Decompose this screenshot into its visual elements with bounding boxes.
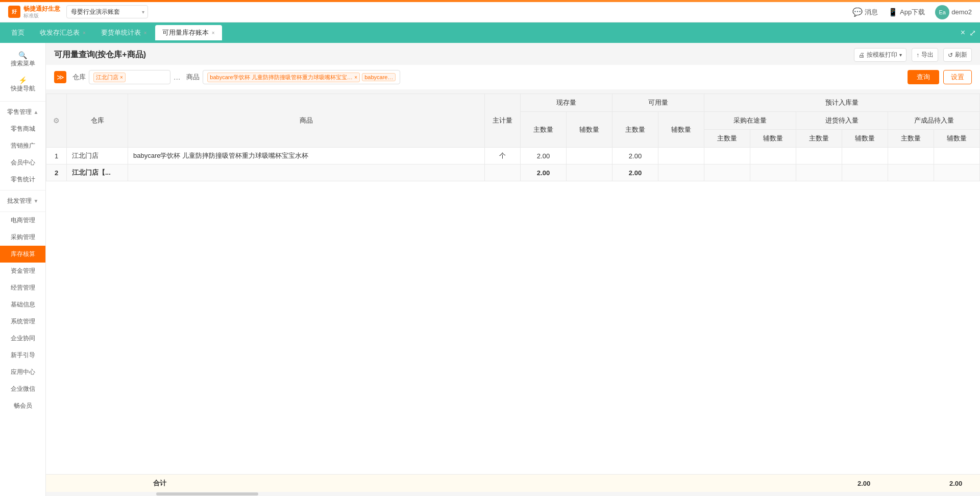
sidebar-item-retail-stats[interactable]: 零售统计 [0,171,45,188]
sidebar-retail-group: 零售管理 ▲ 零售商城 营销推广 会员中心 零售统计 [0,102,45,191]
incoming-aux-qty-header: 辅数量 [842,130,888,148]
user-menu[interactable]: Ea demo2 [935,5,972,19]
sidebar-item-member[interactable]: 会员中心 [0,154,45,171]
query-button[interactable]: 查询 [908,70,939,84]
sidebar-item-newcomer[interactable]: 新手引导 [0,347,45,364]
row1-available-main: 2.00 [612,148,658,164]
sidebar-newcomer-label: 新手引导 [11,351,35,360]
sidebar-system-label: 系统管理 [11,317,35,326]
tab-home-label: 首页 [11,28,24,37]
print-button[interactable]: 🖨 按模板打印 ▾ [854,48,906,62]
tab-receive-send[interactable]: 收发存汇总表 × [33,25,93,40]
product-tag1-remove[interactable]: × [354,75,357,80]
summary-current-main: 2.00 [837,480,883,487]
tab-home[interactable]: 首页 [4,25,32,40]
sidebar-enterprise-label: 企业协同 [11,334,35,343]
sidebar-item-retail-mgmt[interactable]: 零售管理 ▲ [0,104,45,121]
warehouse-tag-value: 江北门店 [96,74,118,81]
scrollbar-thumb[interactable] [156,492,258,495]
product-aux-qty-header: 辅数量 [934,130,980,148]
quick-nav-icon: ⚡ [18,76,27,84]
tab-receive-send-close[interactable]: × [83,30,86,36]
sidebar-item-enterprise-wechat[interactable]: 企业微信 [0,381,45,397]
row1-product-main [888,148,934,164]
content-area: 可用量查询(按仓库+商品) 🖨 按模板打印 ▾ ↑ 导出 ↺ 刷新 [46,43,980,496]
sidebar-item-basic-info[interactable]: 基础信息 [0,296,45,313]
available-group-header: 可用量 [612,94,704,112]
row1-current-aux [567,148,612,164]
sidebar-item-retail-mall[interactable]: 零售商城 [0,121,45,137]
tab-available-stock[interactable]: 可用量库存账本 × [155,25,222,40]
current-aux-qty-header: 辅数量 [567,112,612,148]
row2-product-main [888,164,934,181]
sidebar-search[interactable]: 🔍 搜索菜单 [0,47,45,72]
table-area: ⚙ 仓库 商品 主计量 现存量 可用量 预计入库量 主数量 辅数量 主数量 辅数… [46,93,980,474]
sidebar-item-wholesale[interactable]: 批发管理 ▼ [0,193,45,209]
retail-expand-icon: ▲ [34,109,39,115]
summary-available-main: 2.00 [929,480,975,487]
row2-purchase-main [704,164,750,181]
tab-available-stock-close[interactable]: × [212,30,215,36]
row1-purchase-main [704,148,750,164]
sidebar-item-finance[interactable]: 资金管理 [0,263,45,279]
export-label: 导出 [921,51,934,59]
row1-available-aux [658,148,704,164]
product-input[interactable]: babycare学饮杯 儿童防摔防撞吸管杯重力球吸嘴杯宝宝水杯 × babyca… [203,70,400,84]
message-button[interactable]: 💬 消息 [852,7,878,17]
purchase-main-qty-header: 主数量 [704,130,750,148]
settings-col-header: ⚙ [46,94,67,148]
expand-icon: ≫ [57,73,64,81]
sidebar-item-operations[interactable]: 经营管理 [0,279,45,296]
sidebar-item-enterprise[interactable]: 企业协同 [0,330,45,347]
refresh-button[interactable]: ↺ 刷新 [943,48,972,62]
warehouse-ellipsis[interactable]: ... [174,73,180,82]
avatar: Ea [935,5,949,19]
warehouse-input[interactable]: 江北门店 × [89,70,170,84]
main-layout: 🔍 搜索菜单 ⚡ 快捷导航 零售管理 ▲ 零售商城 营销推广 会员中心 [0,43,980,496]
tab-order-summary[interactable]: 要货单统计表 × [94,25,154,40]
row2-current-aux [567,164,612,181]
row1-incoming-aux [842,148,888,164]
window-maximize-button[interactable]: ⤢ [969,28,976,38]
logo-icon: 好 [8,6,20,18]
warehouse-col-header: 仓库 [67,94,128,148]
setting-button[interactable]: 设置 [943,70,972,84]
sidebar-wholesale-label: 批发管理 [7,197,32,205]
sidebar-retail-mall-label: 零售商城 [11,125,35,133]
product-filter: 商品 babycare学饮杯 儿童防摔防撞吸管杯重力球吸嘴杯宝宝水杯 × bab… [186,70,400,84]
message-icon: 💬 [852,7,863,17]
sidebar-vip-label: 畅会员 [14,401,32,410]
row2-current-main: 2.00 [521,164,567,181]
sidebar-item-purchase[interactable]: 采购管理 [0,229,45,246]
warehouse-label: 仓库 [72,73,86,82]
table-settings-icon[interactable]: ⚙ [53,116,60,125]
product-label: 商品 [186,73,200,82]
horizontal-scrollbar[interactable] [46,492,980,496]
industry-select[interactable]: 母婴行业演示账套 ▾ [66,5,148,18]
filter-expand-button[interactable]: ≫ [54,71,66,83]
sidebar-app-center-label: 应用中心 [11,368,35,376]
refresh-icon: ↺ [948,52,953,59]
header-actions: 🖨 按模板打印 ▾ ↑ 导出 ↺ 刷新 [854,48,972,62]
sidebar-item-vip[interactable]: 畅会员 [0,397,45,414]
message-label: 消息 [865,8,878,17]
industry-arrow-icon: ▾ [142,9,144,15]
row1-product: babycare学饮杯 儿童防摔防撞吸管杯重力球吸嘴杯宝宝水杯 [128,148,485,164]
sidebar-item-inventory[interactable]: 库存核算 [0,246,45,263]
app-download-button[interactable]: 📱 App下载 [888,8,925,17]
sidebar-item-ecommerce[interactable]: 电商管理 [0,212,45,229]
export-button[interactable]: ↑ 导出 [912,48,938,62]
user-name: demo2 [951,8,972,16]
warehouse-tag-remove[interactable]: × [120,75,123,80]
tab-order-summary-close[interactable]: × [144,30,147,36]
planned-in-group-header: 预计入库量 [704,94,980,112]
current-stock-group-header: 现存量 [521,94,612,112]
filter-bar: ≫ 仓库 江北门店 × ... 商品 babycare学饮杯 儿童防摔防撞吸管杯… [46,65,980,89]
sidebar-quick-nav[interactable]: ⚡ 快捷导航 [0,72,45,97]
sidebar-item-marketing[interactable]: 营销推广 [0,137,45,154]
sidebar-item-app-center[interactable]: 应用中心 [0,364,45,381]
window-close-button[interactable]: × [961,28,965,37]
data-table: ⚙ 仓库 商品 主计量 现存量 可用量 预计入库量 主数量 辅数量 主数量 辅数… [46,93,980,181]
sidebar-item-system[interactable]: 系统管理 [0,313,45,330]
sidebar-retail-label: 零售管理 [7,108,32,116]
